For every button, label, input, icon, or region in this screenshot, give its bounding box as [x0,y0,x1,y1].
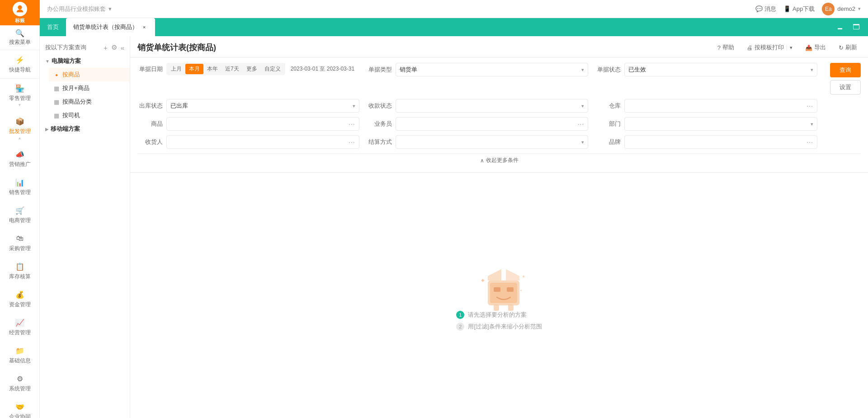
date-label: 单据日期 [137,65,163,73]
payment-status-control[interactable]: ▾ [396,99,589,113]
payment-status-arrow: ▾ [581,103,584,109]
empty-step2: 2 用[过滤]条件来缩小分析范围 [456,323,542,331]
pc-section-label: 电脑端方案 [52,57,81,65]
sidebar-item-ecommerce[interactable]: 🛒 电商管理 [0,201,39,229]
maximize-icon: 🗖 [853,23,860,31]
settlement-control[interactable]: ▾ [396,135,589,149]
sidebar-menu: 🏪 零售管理 ▾ 📦 批发管理 ▴ 📣 营销推广 📊 销售管理 🛒 电商管理 🛍… [0,79,39,418]
tree-item-by-month-goods[interactable]: ▦ 按月+商品 [49,81,130,95]
tab-home[interactable]: 首页 [40,18,66,36]
out-status-control[interactable]: 已出库 ▾ [166,99,359,113]
dept-control[interactable]: ▾ [624,117,817,131]
date-tab-this-month[interactable]: 本月 [185,64,203,74]
collapse-label: 收起更多条件 [486,157,519,164]
export-icon: 📤 [805,44,812,51]
page-content: 按以下方案查询 + ⚙ « ▼ 电脑端方案 ● 按商品 [40,36,868,418]
left-panel-header: 按以下方案查询 + ⚙ « [40,41,130,54]
out-status-arrow: ▾ [353,103,355,109]
salesperson-control[interactable]: ··· [396,117,589,131]
settlement-label: 结算方式 [367,138,392,146]
svg-text:✦: ✦ [522,274,525,279]
export-btn[interactable]: 📤 导出 [802,42,830,53]
logo-text: 标账 [15,17,25,24]
date-tab-this-year[interactable]: 本年 [203,64,222,74]
query-btn[interactable]: 查询 [830,63,861,77]
out-status-value: 已出库 [170,102,188,110]
doc-type-control[interactable]: 销货单 ▾ [396,63,589,76]
messages-label: 消息 [764,5,776,13]
settings-scheme-btn[interactable]: ⚙ [111,43,117,52]
tree-sub-pc: ● 按商品 ▦ 按月+商品 ▦ 按商品分类 ▦ 按司机 [40,68,130,122]
goods-control[interactable]: ··· [166,117,359,131]
by-driver-label: 按司机 [62,111,80,119]
doc-status-label: 单据状态 [595,66,621,74]
doc-type-value: 销货单 [400,66,417,74]
brand-control[interactable]: ··· [624,135,817,149]
top-header: 办公用品行业模拟账套 ▾ 💬 消息 📱 App下载 Ea demo2 ▾ [40,0,868,18]
warehouse-control[interactable]: ··· [624,99,817,113]
date-tab-7days[interactable]: 近7天 [222,64,243,74]
print-dropdown-icon[interactable]: ▾ [787,45,793,51]
svg-rect-6 [507,287,514,292]
doc-type-arrow: ▾ [581,67,584,73]
add-scheme-btn[interactable]: + [104,44,108,52]
collapse-filter-btn[interactable]: ∧ 收起更多条件 [137,153,861,167]
salesperson-dots: ··· [578,120,585,128]
sidebar-item-sales[interactable]: 📊 销售管理 [0,173,39,201]
category-icon: ▦ [52,98,61,106]
sidebar-item-operations[interactable]: 📈 经营管理 [0,313,39,341]
date-tab-last-month[interactable]: 上月 [167,64,185,74]
date-range: 2023-03-01 至 2023-03-31 [291,65,354,73]
brand-dots: ··· [807,138,813,146]
date-tabs: 上月 本月 本年 近7天 更多 自定义 [166,63,285,75]
by-month-goods-label: 按月+商品 [62,84,90,92]
by-category-label: 按商品分类 [62,98,92,106]
right-main: 销货单统计表(按商品) ? 帮助 🖨 按模板打印 ▾ 📤 导出 [130,36,868,418]
dropdown-icon[interactable]: ▾ [108,5,112,12]
collapse-panel-btn[interactable]: « [121,44,124,52]
sidebar-item-inventory[interactable]: 📋 库存核算 [0,257,39,285]
tab-active[interactable]: 销货单统计表（按商品） × [66,18,155,36]
refresh-btn[interactable]: ↻ 刷新 [835,42,861,53]
left-panel: 按以下方案查询 + ⚙ « ▼ 电脑端方案 ● 按商品 [40,36,130,418]
date-tab-more[interactable]: 更多 [243,64,261,74]
print-btn[interactable]: 🖨 按模板打印 ▾ [743,42,796,53]
tree-item-by-goods[interactable]: ● 按商品 [49,68,130,81]
help-btn[interactable]: ? 帮助 [714,42,738,53]
tree-item-by-category[interactable]: ▦ 按商品分类 [49,95,130,109]
settings-btn[interactable]: 设置 [830,80,861,95]
user-menu[interactable]: Ea demo2 ▾ [822,3,861,15]
sidebar-item-wholesale[interactable]: 📦 批发管理 ▴ [0,112,39,145]
sidebar-item-basic-info[interactable]: 📁 基础信息 [0,341,39,369]
receiver-dots: ··· [349,138,355,146]
tab-close-btn[interactable]: × [141,24,148,31]
sidebar-item-finance[interactable]: 💰 资金管理 [0,285,39,313]
tree-item-pc[interactable]: ▼ 电脑端方案 [40,54,130,68]
dept-label: 部门 [595,120,621,128]
messages-btn[interactable]: 💬 消息 [755,5,776,13]
doc-type-label: 单据类型 [367,66,392,74]
svg-text:✦: ✦ [519,289,523,293]
sidebar: 标账 🔍 搜索菜单 ⚡ 快捷导航 🏪 零售管理 ▾ 📦 批发管理 ▴ 📣 营销推… [0,0,40,418]
tab-minimize-btn[interactable]: 🗕 [834,21,846,33]
user-dropdown-icon: ▾ [858,6,861,12]
doc-status-control[interactable]: 已生效 ▾ [624,63,817,76]
app-logo[interactable]: 标账 [0,0,40,25]
search-menu-item[interactable]: 🔍 搜索菜单 [0,25,39,50]
svg-point-0 [18,5,22,9]
tree-item-by-driver[interactable]: ▦ 按司机 [49,109,130,122]
sidebar-item-quick-nav[interactable]: ⚡ 快捷导航 [0,50,39,79]
tree-section-pc: ▼ 电脑端方案 ● 按商品 ▦ 按月+商品 ▦ 按商品分类 [40,54,130,122]
sidebar-item-retail[interactable]: 🏪 零售管理 ▾ [0,79,39,112]
app-download-btn[interactable]: 📱 App下载 [783,5,815,13]
tab-bar: 首页 销货单统计表（按商品） × 🗕 🗖 [40,18,868,36]
sidebar-item-purchase[interactable]: 🛍 采购管理 [0,229,39,257]
date-tab-custom[interactable]: 自定义 [261,64,284,74]
sidebar-item-enterprise[interactable]: 🤝 企业协同 [0,397,39,418]
receiver-control[interactable]: ··· [166,135,359,149]
tree-item-mobile[interactable]: ▶ 移动端方案 [40,122,130,136]
header-left: 办公用品行业模拟账套 ▾ [47,5,112,13]
sidebar-item-marketing[interactable]: 📣 营销推广 [0,145,39,173]
sidebar-item-system[interactable]: ⚙ 系统管理 [0,369,39,397]
tab-maximize-btn[interactable]: 🗖 [850,21,863,33]
